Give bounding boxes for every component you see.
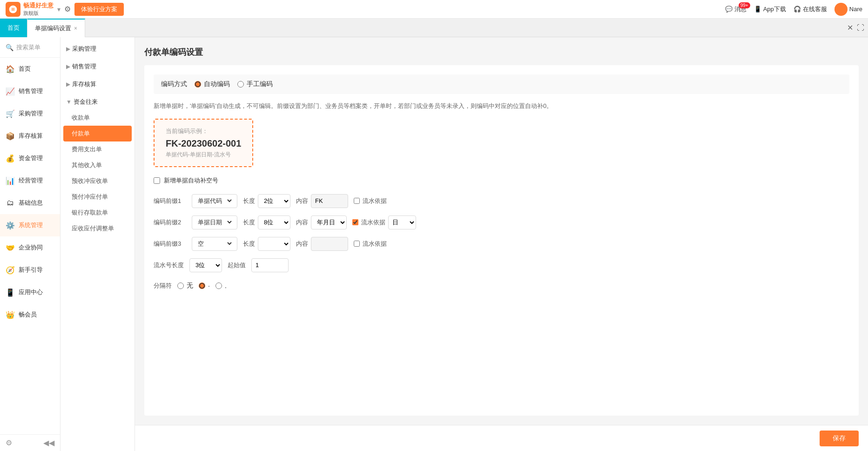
separator-none-option[interactable]: 无 — [177, 282, 193, 290]
separator-underscore-radio[interactable] — [215, 283, 222, 289]
chevron-right-icon: ▶ — [66, 63, 70, 70]
sidebar-item-sales[interactable]: 📈 销售管理 — [0, 80, 60, 102]
separator-row: 分隔符 无 · . — [154, 282, 849, 290]
prefix1-flow-label: 流水依据 — [363, 197, 387, 205]
prefix1-content-input[interactable] — [311, 194, 348, 208]
topbar-right: 💬 消息 99+ 📱 App下载 🎧 在线客服 Nare — [725, 3, 862, 16]
sub-nav-item-payment[interactable]: 付款单 — [63, 126, 132, 141]
home-icon: 🏠 — [6, 64, 15, 74]
auto-fill-checkbox[interactable] — [154, 177, 160, 184]
tab-close-icon[interactable]: × — [74, 25, 77, 32]
auto-fill-row: 新增单据自动补空号 — [154, 176, 849, 185]
sub-nav-item-adjustment[interactable]: 应收应付调整单 — [61, 221, 135, 236]
separator-underscore-option[interactable]: . — [215, 282, 227, 289]
separator-none-radio[interactable] — [177, 283, 184, 289]
basic-icon: 🗂 — [6, 198, 15, 208]
collapse-sidebar-button[interactable]: ◀◀ — [43, 438, 54, 447]
manual-encoding-radio[interactable] — [237, 81, 244, 88]
prefix2-select[interactable]: 单据日期 单据代码 空 — [192, 215, 237, 229]
message-button[interactable]: 💬 消息 99+ — [725, 5, 747, 13]
preview-code: FK-20230602-001 — [166, 138, 241, 149]
sidebar-item-apps[interactable]: 📱 应用中心 — [0, 281, 60, 303]
close-window-button[interactable]: ✕ — [847, 23, 853, 32]
sidebar-search[interactable]: 🔍 搜索菜单 — [0, 37, 60, 58]
download-icon: 📱 — [754, 6, 761, 13]
bottom-bar: 保存 — [135, 425, 868, 451]
manual-encoding-option[interactable]: 手工编码 — [237, 80, 273, 88]
preview-box: 当前编码示例： FK-20230602-001 单据代码-单据日期-流水号 — [154, 119, 253, 167]
prefix3-select[interactable]: 空 单据代码 单据日期 — [192, 237, 237, 251]
info-text: 新增单据时，'单据编码'自动生成，不可编辑。前缀设置为部门、业务员等档案类，开单… — [154, 101, 849, 111]
message-icon: 💬 — [725, 6, 733, 13]
sub-nav-group-sales-header[interactable]: ▶ 销售管理 — [61, 59, 135, 74]
expand-arrow-icon[interactable]: ▾ — [57, 6, 61, 13]
trial-button[interactable]: 体验行业方案 — [74, 3, 124, 16]
sidebar-item-member[interactable]: 👑 畅会员 — [0, 303, 60, 326]
auto-encoding-option[interactable]: 自动编码 — [195, 80, 230, 88]
sub-nav-item-prepay-receivable[interactable]: 预收冲应收单 — [61, 173, 135, 189]
sidebar-item-guide[interactable]: 🧭 新手引导 — [0, 259, 60, 281]
sub-nav-item-other-income[interactable]: 其他收入单 — [61, 157, 135, 173]
logo-text: 畅通好生意 旗舰版 — [23, 2, 54, 16]
app-download-button[interactable]: 📱 App下载 — [754, 5, 786, 13]
maximize-window-button[interactable]: ⛶ — [857, 24, 864, 32]
prefix2-content-select[interactable]: 年月日 年月 年 — [311, 215, 347, 229]
settings-bottom-button[interactable]: ⚙ — [6, 438, 12, 447]
serial-length-select[interactable]: 3位 4位 5位 — [189, 258, 222, 272]
sidebar-item-operation[interactable]: 📊 经营管理 — [0, 169, 60, 192]
radio-group: 自动编码 手工编码 — [195, 80, 273, 88]
prefix3-content-input[interactable] — [311, 237, 348, 251]
user-profile[interactable]: Nare — [834, 3, 862, 16]
prefix1-flow-checkbox[interactable] — [354, 198, 360, 204]
separator-label: 分隔符 — [154, 282, 172, 290]
sidebar-item-system[interactable]: ⚙️ 系统管理 — [0, 214, 60, 236]
sidebar-item-finance[interactable]: 💰 资金管理 — [0, 147, 60, 169]
online-service-button[interactable]: 🎧 在线客服 — [794, 5, 827, 13]
separator-dot-option[interactable]: · — [199, 282, 210, 289]
prefix1-select[interactable]: 单据代码 单据日期 空 — [192, 194, 237, 208]
save-button[interactable]: 保存 — [820, 431, 859, 446]
topbar-left: 畅通好生意 旗舰版 ▾ ⚙ 体验行业方案 — [6, 2, 124, 17]
prefix2-flow-checkbox[interactable] — [352, 219, 358, 225]
sub-nav-item-receipt[interactable]: 收款单 — [61, 110, 135, 126]
tab-home[interactable]: 首页 — [0, 19, 27, 37]
sidebar-nav: 🏠 首页 📈 销售管理 🛒 采购管理 📦 库存核算 💰 资金管理 📊 经 — [0, 58, 60, 434]
sidebar-item-purchase[interactable]: 🛒 采购管理 — [0, 102, 60, 125]
prefix3-flow-checkbox[interactable] — [354, 241, 360, 247]
finance-icon: 💰 — [6, 154, 15, 163]
prefix1-label: 编码前缀1 — [154, 197, 186, 205]
separator-dot-radio[interactable] — [199, 283, 205, 289]
sub-nav-group-inventory: ▶ 库存核算 — [61, 76, 135, 92]
prefix1-select-input[interactable]: 单据代码 单据日期 空 — [196, 197, 233, 205]
sidebar-item-basic[interactable]: 🗂 基础信息 — [0, 192, 60, 214]
settings-icon[interactable]: ⚙ — [64, 5, 71, 13]
sub-nav-group-finance-header[interactable]: ▼ 资金往来 — [61, 94, 135, 110]
page-title: 付款单编码设置 — [144, 47, 859, 58]
sub-nav: ▶ 采购管理 ▶ 销售管理 ▶ 库存核算 ▼ 资金往来 收款单 付款单 费用支出… — [61, 37, 135, 451]
settings-card: 编码方式 自动编码 手工编码 新增单据时，'单据编码'自动生成，不可编辑。前缀设… — [144, 65, 859, 416]
sub-nav-item-expense[interactable]: 费用支出单 — [61, 141, 135, 157]
sub-nav-item-prepay-payable[interactable]: 预付冲应付单 — [61, 189, 135, 205]
auto-encoding-radio[interactable] — [195, 81, 201, 88]
operation-icon: 📊 — [6, 176, 15, 185]
sidebar-bottom: ⚙ ◀◀ — [0, 434, 60, 451]
prefix3-select-input[interactable]: 空 单据代码 单据日期 — [196, 240, 233, 248]
member-icon: 👑 — [6, 310, 15, 319]
prefix1-length-select[interactable]: 2位 — [258, 194, 290, 208]
prefix3-length-select[interactable] — [258, 237, 290, 251]
prefix2-select-input[interactable]: 单据日期 单据代码 空 — [196, 218, 233, 226]
sidebar-item-home[interactable]: 🏠 首页 — [0, 58, 60, 80]
prefix1-content-section: 内容 — [296, 194, 348, 208]
prefix1-flow-section: 流水依据 — [354, 197, 387, 205]
tab-settings[interactable]: 单据编码设置 × — [27, 19, 85, 37]
sub-nav-group-purchase-header[interactable]: ▶ 采购管理 — [61, 41, 135, 57]
start-label: 起始值 — [228, 261, 246, 269]
sub-nav-item-bank[interactable]: 银行存取款单 — [61, 205, 135, 221]
prefix2-length-select[interactable]: 8位 — [258, 215, 290, 229]
start-value-input[interactable] — [251, 258, 289, 272]
sidebar-item-inventory[interactable]: 📦 库存核算 — [0, 125, 60, 147]
sidebar-item-enterprise[interactable]: 🤝 企业协同 — [0, 236, 60, 259]
sub-nav-group-inventory-header[interactable]: ▶ 库存核算 — [61, 76, 135, 92]
prefix2-length-label: 长度 — [243, 218, 255, 227]
prefix2-flow-period-select[interactable]: 日 月 年 — [388, 215, 416, 229]
